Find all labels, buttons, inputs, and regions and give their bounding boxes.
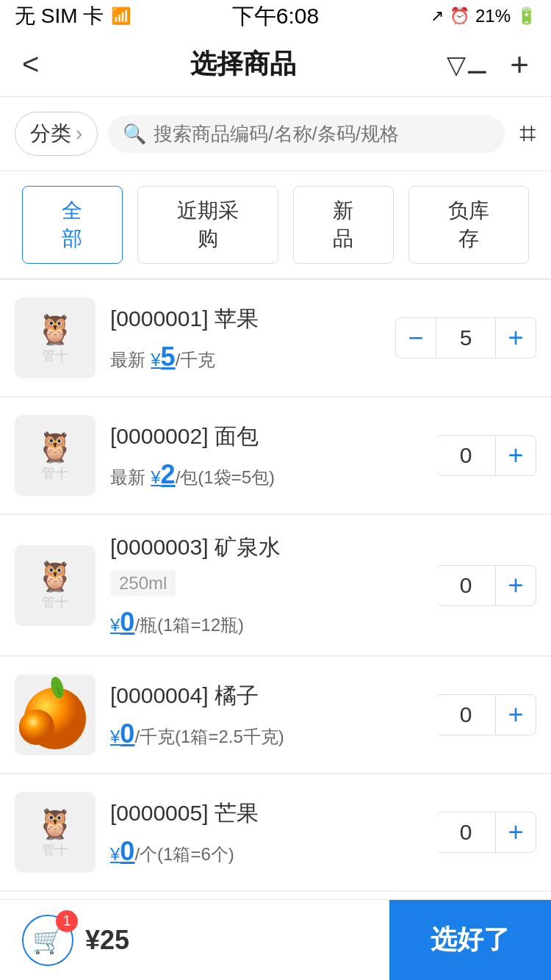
quantity-control-0000005: + [436,812,536,853]
filter-bar: 分类 › 🔍 ⌗ [0,97,551,171]
product-name: [0000002] 面包 [110,422,422,452]
quantity-input[interactable] [436,317,495,359]
quantity-control-0000001: − + [395,317,536,359]
product-info-0000004: [0000004] 橘子 ¥0/千克(1箱=2.5千克) [110,681,422,749]
price-unit: /千克 [176,350,216,370]
currency: ¥ [110,615,120,635]
list-item: 🦉 管十 [0000005] 芒果 ¥0/个(1箱=6个) + [0,774,551,890]
list-item: 🦉 管十 [0000001] 苹果 最新 ¥5/千克 − + [0,280,551,396]
filter-icon[interactable]: ▽⚊ [447,50,488,79]
category-button[interactable]: 分类 › [15,112,98,156]
category-label: 分类 [30,120,71,148]
alarm-icon: ⏰ [450,7,469,26]
tab-recent[interactable]: 近期采购 [137,186,278,264]
quantity-control-0000003: + [436,565,536,606]
cart-icon: 🛒 [32,926,63,955]
increase-button[interactable]: + [495,694,536,735]
battery-text: 21% [475,6,511,26]
product-image-0000005: 🦉 管十 [15,792,96,873]
location-icon: ↗ [431,7,444,26]
status-time: 下午6:08 [232,1,319,32]
add-button[interactable]: + [510,46,529,83]
tab-negative[interactable]: 负库存 [408,186,529,264]
quantity-input[interactable] [436,565,495,606]
price-value: 5 [161,342,176,372]
tab-new[interactable]: 新品 [293,186,394,264]
nav-left: < [22,48,39,81]
currency: ¥ [110,844,120,864]
placeholder-logo: 🦉 管十 [37,807,73,859]
confirm-label: 选好了 [431,922,510,958]
wifi-icon: 📶 [111,7,131,26]
quantity-control-0000004: + [436,694,536,735]
price-prefix: 最新 [110,467,145,487]
price-unit: /千克(1箱=2.5千克) [134,727,284,746]
quantity-input[interactable] [436,435,495,476]
placeholder-logo: 🦉 管十 [37,559,73,611]
product-info-0000001: [0000001] 苹果 最新 ¥5/千克 [110,304,381,372]
battery-icon: 🔋 [516,7,536,26]
orange-image [15,674,96,755]
product-info-0000003: [0000003] 矿泉水 250ml ¥0/瓶(1箱=12瓶) [110,533,422,638]
svg-point-3 [19,710,54,745]
brand-logo-text: 管十 [42,594,68,611]
brand-logo-text: 管十 [42,347,68,364]
price-value: 0 [120,836,134,866]
brand-logo-icon: 🦉 [37,430,73,464]
product-name: [0000004] 橘子 [110,681,422,711]
quantity-control-0000002: + [436,435,536,476]
search-input[interactable] [154,123,490,145]
product-image-0000003: 🦉 管十 [15,545,96,626]
list-item: 🦉 管十 [0000002] 面包 最新 ¥2/包(1袋=5包) + [0,397,551,514]
nav-right: ▽⚊ + [447,46,529,83]
scan-icon[interactable]: ⌗ [519,117,536,151]
placeholder-logo: 🦉 管十 [37,430,73,482]
increase-button[interactable]: + [495,435,536,476]
price-unit: /个(1箱=6个) [134,844,234,864]
product-info-0000005: [0000005] 芒果 ¥0/个(1箱=6个) [110,799,422,867]
price-value: 0 [120,718,134,749]
brand-logo-icon: 🦉 [37,559,73,594]
currency: ¥ [151,467,160,487]
product-image-0000001: 🦉 管十 [15,298,96,378]
decrease-button[interactable]: − [395,317,436,359]
increase-button[interactable]: + [495,812,536,853]
increase-button[interactable]: + [495,565,536,606]
currency: ¥ [110,727,120,746]
bottom-bar: 🛒 1 ¥25 选好了 [0,899,551,980]
search-icon: 🔍 [123,123,146,145]
page-title: 选择商品 [190,46,296,82]
status-bar: 无 SIM 卡 📶 下午6:08 ↗ ⏰ 21% 🔋 [0,0,551,32]
price-prefix: 最新 [110,350,145,370]
list-item: 🦉 管十 [0000003] 矿泉水 250ml ¥0/瓶(1箱=12瓶) + [0,515,551,655]
status-right: ↗ ⏰ 21% 🔋 [431,6,536,26]
price-value: 0 [120,607,134,637]
confirm-button[interactable]: 选好了 [389,900,551,981]
currency: ¥ [151,350,160,370]
brand-logo-text: 管十 [42,841,68,859]
quantity-input[interactable] [436,694,495,735]
back-button[interactable]: < [22,48,39,81]
brand-logo-text: 管十 [42,464,68,482]
tab-all[interactable]: 全部 [22,186,123,264]
price-unit: /包(1袋=5包) [176,467,275,487]
cart-section: 🛒 1 ¥25 [0,915,389,966]
product-name: [0000001] 苹果 [110,304,381,334]
brand-logo-icon: 🦉 [37,312,73,347]
placeholder-logo: 🦉 管十 [37,312,73,364]
list-item: [0000004] 橘子 ¥0/千克(1箱=2.5千克) + [0,657,551,773]
product-name: [0000003] 矿泉水 [110,533,422,563]
price-value: 2 [161,459,176,489]
cart-button[interactable]: 🛒 1 [22,915,73,966]
product-image-0000002: 🦉 管十 [15,415,96,496]
increase-button[interactable]: + [495,317,536,359]
product-name: [0000005] 芒果 [110,799,422,829]
search-bar: 🔍 [108,115,505,153]
product-price: ¥0/千克(1箱=2.5千克) [110,718,422,749]
product-price: 最新 ¥5/千克 [110,342,381,372]
quantity-input[interactable] [436,812,495,853]
price-unit: /瓶(1箱=12瓶) [134,615,244,635]
product-price: 最新 ¥2/包(1袋=5包) [110,459,422,490]
category-arrow: › [76,122,82,145]
carrier-text: 无 SIM 卡 [15,2,104,30]
